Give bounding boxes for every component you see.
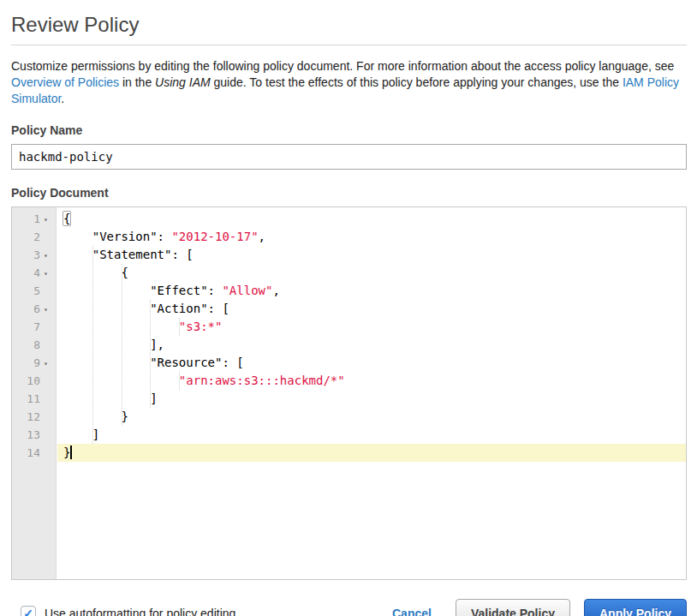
fold-spacer <box>44 326 56 328</box>
gutter-row: 11 <box>12 390 56 408</box>
fold-spacer <box>44 452 56 454</box>
apply-policy-button[interactable]: Apply Policy <box>584 599 687 616</box>
intro-part4: . <box>61 92 64 105</box>
gutter-row: 10 <box>12 372 56 390</box>
fold-toggle-icon[interactable]: ▾ <box>44 209 56 229</box>
indent-guide <box>92 246 93 444</box>
fold-toggle-icon[interactable]: ▾ <box>44 299 56 319</box>
gutter-row: 2 <box>12 228 56 246</box>
code-token: } <box>63 446 70 459</box>
policy-document-editor[interactable]: 1▾23▾4▾56▾789▾1011121314 { "Version": "2… <box>11 206 687 580</box>
gutter-row: 9▾ <box>12 354 56 372</box>
line-number: 9 <box>12 354 44 372</box>
fold-spacer <box>44 434 56 436</box>
checkmark-icon: ✓ <box>23 607 33 616</box>
code-token: } <box>63 410 128 423</box>
code-token: { <box>63 212 70 225</box>
line-number: 8 <box>12 336 44 354</box>
indent-guide <box>179 372 180 390</box>
indent-guide <box>150 300 151 408</box>
validate-policy-button[interactable]: Validate Policy <box>456 599 570 616</box>
fold-toggle-icon[interactable]: ▾ <box>44 245 56 265</box>
gutter-row: 14 <box>12 444 56 462</box>
code-token-string: "Allow" <box>222 284 272 297</box>
gutter-row: 6▾ <box>12 300 56 318</box>
line-number: 3 <box>12 246 44 264</box>
title-divider <box>11 45 687 45</box>
line-number: 7 <box>12 318 44 336</box>
autoformat-label: Use autoformatting for policy editing <box>45 607 235 616</box>
overview-of-policies-link[interactable]: Overview of Policies <box>11 75 119 89</box>
intro-part1: Customize permissions by editing the fol… <box>11 59 674 73</box>
fold-spacer <box>44 290 56 292</box>
line-number: 1 <box>12 210 44 228</box>
line-number: 13 <box>12 426 44 444</box>
editor-gutter: 1▾23▾4▾56▾789▾1011121314 <box>12 207 57 579</box>
cancel-link[interactable]: Cancel <box>392 607 432 616</box>
code-token: ] <box>63 428 99 441</box>
code-line[interactable]: "s3:*" <box>57 318 686 336</box>
code-token-string: "arn:aws:s3:::hackmd/*" <box>179 374 345 387</box>
line-number: 6 <box>12 300 44 318</box>
code-line[interactable]: "Effect": "Allow", <box>57 282 686 300</box>
editor-code[interactable]: { "Version": "2012-10-17", "Statement": … <box>57 207 686 579</box>
using-iam-guide-name: Using IAM <box>155 75 211 89</box>
code-token: , <box>259 230 265 243</box>
gutter-row: 4▾ <box>12 264 56 282</box>
line-number: 4 <box>12 264 44 282</box>
autoformat-checkbox[interactable]: ✓ <box>21 606 36 616</box>
gutter-row: 1▾ <box>12 210 56 228</box>
code-line[interactable]: { <box>57 264 686 282</box>
code-line[interactable]: "arn:aws:s3:::hackmd/*" <box>57 372 686 390</box>
fold-toggle-icon[interactable]: ▾ <box>44 353 56 373</box>
code-token: "Resource": [ <box>63 356 244 369</box>
code-line[interactable]: } <box>57 408 686 426</box>
gutter-row: 12 <box>12 408 56 426</box>
fold-spacer <box>44 344 56 346</box>
text-cursor <box>70 446 72 459</box>
code-token: "Effect": <box>63 284 222 297</box>
action-buttons: Cancel Validate Policy Apply Policy <box>392 599 687 616</box>
autoformat-option: ✓ Use autoformatting for policy editing <box>11 606 235 616</box>
policy-name-input[interactable] <box>11 144 687 170</box>
code-line[interactable]: { <box>57 210 686 228</box>
code-token: "Version": <box>63 230 171 243</box>
gutter-row: 7 <box>12 318 56 336</box>
gutter-row: 3▾ <box>12 246 56 264</box>
code-line[interactable]: ] <box>57 390 686 408</box>
gutter-row: 5 <box>12 282 56 300</box>
fold-spacer <box>44 416 56 418</box>
fold-spacer <box>44 236 56 238</box>
review-policy-page: Review Policy Customize permissions by e… <box>0 0 697 616</box>
code-token: { <box>63 266 128 279</box>
line-number: 11 <box>12 390 44 408</box>
line-number: 2 <box>12 228 44 246</box>
fold-spacer <box>44 380 56 382</box>
code-line[interactable]: ] <box>57 426 686 444</box>
code-line[interactable]: "Resource": [ <box>57 354 686 372</box>
line-number: 5 <box>12 282 44 300</box>
line-number: 10 <box>12 372 44 390</box>
code-line[interactable]: "Action": [ <box>57 300 686 318</box>
code-line[interactable]: "Statement": [ <box>57 246 686 264</box>
gutter-row: 8 <box>12 336 56 354</box>
code-token: , <box>272 284 279 297</box>
indent-guide <box>179 318 180 336</box>
fold-spacer <box>44 398 56 400</box>
code-token-string: "s3:*" <box>179 320 223 333</box>
intro-text: Customize permissions by editing the fol… <box>11 58 684 107</box>
indent-guide <box>122 264 122 426</box>
code-line[interactable]: } <box>57 444 686 462</box>
code-token: "Action": [ <box>63 302 229 315</box>
code-line[interactable]: ], <box>57 336 686 354</box>
intro-part3: guide. To test the effects of this polic… <box>211 75 623 89</box>
code-token: ] <box>63 392 158 405</box>
code-token-string: "2012-10-17" <box>171 230 258 243</box>
policy-document-label: Policy Document <box>11 186 687 200</box>
policy-name-label: Policy Name <box>11 123 687 137</box>
gutter-row: 13 <box>12 426 56 444</box>
code-token: "Statement": [ <box>63 248 194 261</box>
fold-toggle-icon[interactable]: ▾ <box>44 263 56 283</box>
code-line[interactable]: "Version": "2012-10-17", <box>57 228 686 246</box>
intro-part2: in the <box>119 75 155 89</box>
